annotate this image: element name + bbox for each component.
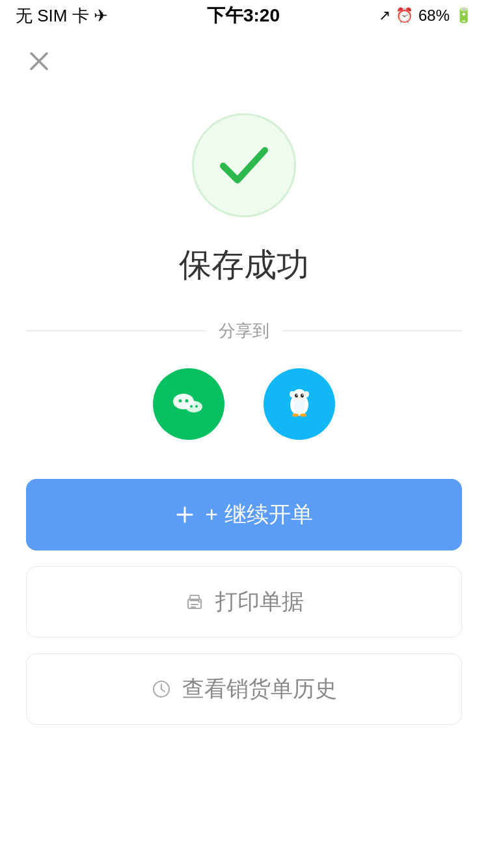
action-buttons: + 继续开单 打印单据 查看销货单历史 — [26, 479, 462, 725]
continue-order-button[interactable]: + 继续开单 — [26, 479, 462, 550]
svg-point-26 — [198, 601, 200, 603]
battery-icon: 🔋 — [455, 7, 472, 24]
print-icon — [184, 591, 205, 612]
history-label: 查看销货单历史 — [182, 674, 337, 704]
share-divider: 分享到 — [26, 319, 462, 342]
svg-point-5 — [185, 400, 189, 403]
status-bar: 无 SIM 卡 ✈ 下午3:20 ↗ ⏰ 68% 🔋 — [0, 0, 488, 29]
svg-rect-24 — [191, 604, 198, 605]
status-left: 无 SIM 卡 ✈ — [16, 5, 108, 27]
share-label: 分享到 — [219, 319, 269, 342]
svg-point-15 — [293, 398, 305, 413]
svg-point-6 — [190, 405, 193, 408]
location-icon: ↗ — [379, 7, 390, 24]
success-title: 保存成功 — [179, 243, 309, 287]
svg-point-13 — [303, 394, 304, 396]
clock-icon — [151, 679, 172, 699]
svg-point-12 — [297, 394, 298, 396]
success-icon-circle — [192, 113, 296, 217]
continue-order-label: + 继续开单 — [205, 500, 312, 530]
qq-icon — [279, 384, 319, 424]
svg-rect-25 — [191, 606, 196, 608]
svg-line-29 — [161, 689, 165, 692]
close-button[interactable] — [20, 42, 59, 81]
history-button[interactable]: 查看销货单历史 — [26, 653, 462, 725]
svg-point-19 — [300, 414, 306, 417]
status-right: ↗ ⏰ 68% 🔋 — [379, 7, 472, 25]
svg-point-17 — [304, 391, 309, 398]
plus-icon — [175, 505, 195, 524]
qq-share-button[interactable] — [264, 368, 335, 440]
wechat-icon — [169, 385, 208, 424]
checkmark-icon — [218, 142, 270, 188]
svg-point-10 — [295, 394, 298, 398]
alarm-icon: ⏰ — [396, 7, 413, 24]
svg-point-18 — [292, 414, 299, 417]
status-time: 下午3:20 — [207, 3, 280, 28]
battery-percent: 68% — [418, 7, 450, 25]
print-label: 打印单据 — [215, 587, 304, 617]
main-content: 保存成功 分享到 — [0, 87, 488, 868]
svg-point-7 — [195, 405, 198, 408]
svg-point-16 — [290, 391, 295, 398]
wechat-share-button[interactable] — [153, 368, 224, 440]
svg-point-3 — [185, 401, 202, 413]
close-icon — [29, 51, 49, 72]
carrier-text: 无 SIM 卡 ✈ — [16, 5, 108, 27]
svg-point-4 — [179, 400, 182, 403]
svg-point-11 — [301, 394, 304, 398]
print-button[interactable]: 打印单据 — [26, 566, 462, 638]
share-icons — [153, 368, 335, 440]
